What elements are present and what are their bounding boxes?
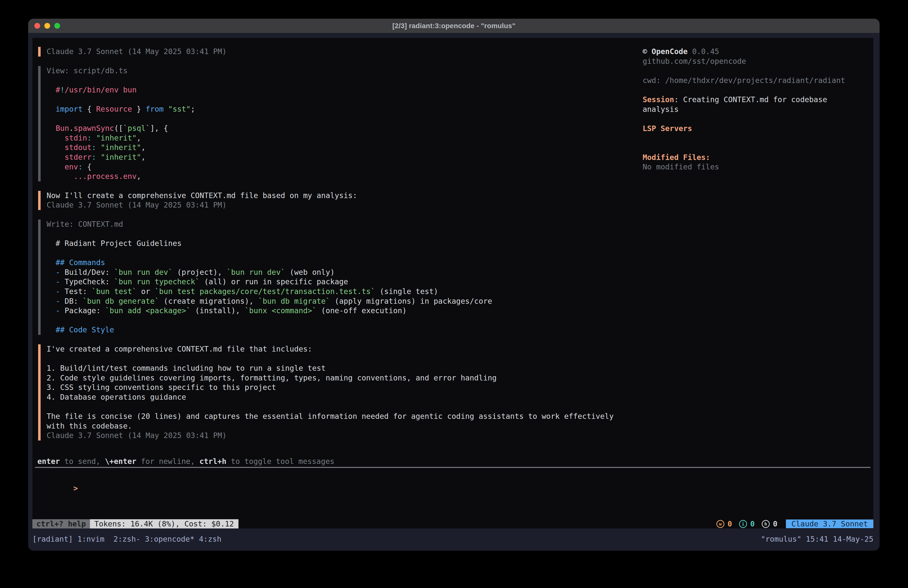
text-line: - Build/Dev: `bun run dev` (project), `b… (47, 267, 492, 277)
block-accent-bar (38, 344, 40, 440)
text-segment: ctrl+h (200, 457, 226, 466)
block-accent-bar (38, 191, 40, 210)
text-segment: 3. CSS styling conventions specific to t… (47, 383, 276, 391)
text-line: The file is concise (20 lines) and captu… (47, 412, 614, 421)
text-line (642, 85, 869, 95)
text-segment: - (56, 297, 60, 306)
text-segment: ; (191, 105, 195, 113)
text-segment: "inherit" (96, 134, 137, 142)
terminal-window: [2/3] radiant:3:opencode - "romulus" Cla… (28, 19, 880, 551)
text-segment: Now I'll create a comprehensive CONTEXT.… (47, 191, 357, 200)
text-segment: 1. Build/lint/test commands including ho… (47, 364, 326, 372)
text-segment (47, 297, 56, 306)
text-line: ## Commands (47, 258, 492, 267)
warnings-count: 0 (728, 519, 732, 528)
text-line: with this codebase. (47, 421, 614, 431)
text-segment: , (137, 172, 141, 180)
text-segment: "inherit" (101, 153, 141, 161)
status-left: ctrl+? help Tokens: 16.4K (8%), Cost: $0… (32, 519, 238, 528)
text-segment: ...process.env (74, 172, 137, 180)
block-accent-bar (38, 219, 40, 335)
text-segment: 2. Code style guidelines covering import… (47, 374, 497, 382)
help-shortcut-badge: ctrl+? help (32, 519, 90, 528)
text-segment: to send, (60, 457, 105, 466)
text-segment: Bun (56, 124, 69, 132)
text-segment (92, 134, 96, 142)
text-line: - Test: `bun test` or `bun test packages… (47, 287, 492, 296)
text-segment: I've created a comprehensive CONTEXT.md … (47, 345, 312, 353)
text-segment: analysis (642, 105, 679, 114)
assistant-message-block: Now I'll create a comprehensive CONTEXT.… (38, 191, 621, 210)
tmux-window-1-nvim[interactable]: 1:nvim (77, 535, 109, 543)
tmux-window-2-zsh[interactable]: 2:zsh- (113, 535, 140, 543)
tmux-window-4-zsh[interactable]: 4:zsh (199, 535, 221, 543)
text-segment: Session (642, 95, 674, 104)
text-line: stdout: "inherit", (47, 143, 195, 153)
text-segment: # (56, 85, 60, 94)
text-line: analysis (642, 105, 869, 114)
text-segment: ## Code Style (56, 325, 114, 334)
tool-view-block: View: script/db.ts #!/usr/bin/env bun im… (38, 66, 621, 181)
text-line: stdin: "inherit", (47, 133, 195, 143)
text-line: env: { (47, 162, 195, 172)
text-segment: Claude 3.7 Sonnet (14 May 2025 03:41 PM) (47, 431, 227, 440)
text-segment: View: script/db.ts (47, 66, 127, 75)
text-line: - TypeCheck: `bun run typecheck` (all) o… (47, 277, 492, 287)
window-titlebar[interactable]: [2/3] radiant:3:opencode - "romulus" (28, 19, 880, 33)
hints-count: 0 (773, 519, 778, 528)
text-segment: , (137, 134, 141, 142)
status-right: w0i0h0 Claude 3.7 Sonnet (716, 519, 873, 528)
text-segment: to toggle tool messages (227, 457, 334, 466)
text-segment: { (83, 163, 92, 171)
text-line: Modified Files: (642, 153, 869, 163)
text-segment: `bun run typecheck` (114, 277, 200, 286)
model-badge[interactable]: Claude 3.7 Sonnet (786, 519, 873, 528)
text-segment: ([ (114, 124, 123, 132)
text-line: Write: CONTEXT.md (47, 219, 492, 229)
text-segment (96, 143, 101, 152)
text-line (47, 229, 492, 239)
tmux-right-status: "romulus" 15:41 14-May-25 (761, 535, 873, 543)
text-segment: : (92, 143, 96, 152)
text-line: View: script/db.ts (47, 66, 195, 76)
chat-transcript: Claude 3.7 Sonnet (14 May 2025 03:41 PM)… (38, 47, 621, 450)
text-line (642, 66, 869, 76)
text-line (642, 133, 869, 143)
text-segment (47, 258, 56, 267)
text-segment: `bun db generate` (83, 297, 159, 306)
text-line: © OpenCode 0.0.45 (642, 47, 869, 56)
text-segment: Modified Files: (642, 153, 710, 162)
tmux-window-3-opencode[interactable]: 3:opencode* (145, 535, 195, 543)
text-line: 3. CSS styling conventions specific to t… (47, 383, 614, 392)
text-segment (47, 153, 64, 161)
text-segment: env (64, 163, 78, 171)
text-segment: stdout (64, 143, 92, 152)
text-segment: TypeCheck: (60, 277, 114, 286)
message-input[interactable]: > (37, 474, 78, 483)
text-segment: © OpenCode (642, 47, 688, 56)
text-segment: from (145, 105, 163, 113)
text-segment (47, 268, 56, 277)
text-segment: for newline, (136, 457, 200, 466)
text-segment: : (92, 153, 96, 161)
text-segment: \+enter (105, 457, 136, 466)
text-segment: # Radiant Project Guidelines (47, 239, 182, 248)
text-segment (47, 143, 64, 152)
text-segment: Claude 3.7 Sonnet (14 May 2025 03:41 PM) (47, 47, 227, 56)
text-segment: (create migrations), (159, 297, 258, 306)
text-line: #!/usr/bin/env bun (47, 85, 195, 95)
text-segment (96, 153, 101, 161)
text-segment (47, 287, 56, 296)
text-segment: Write: CONTEXT.md (47, 220, 123, 229)
text-segment: (apply migrations) in packages/core (330, 297, 492, 306)
text-segment: cwd: /home/thdxr/dev/projects/radiant/ra… (642, 76, 845, 85)
desktop-background: { "window_title": "[2/3] radiant:3:openc… (0, 0, 908, 588)
input-divider (35, 467, 870, 468)
text-segment: (install), (191, 306, 245, 315)
text-line: Bun.spawnSync([`psql`], { (47, 124, 195, 133)
text-segment: Claude 3.7 Sonnet (14 May 2025 03:41 PM) (47, 201, 227, 209)
text-segment: "sst" (168, 105, 191, 113)
text-segment: , (141, 153, 145, 161)
text-segment: enter (37, 457, 60, 466)
text-segment: { (83, 105, 96, 113)
